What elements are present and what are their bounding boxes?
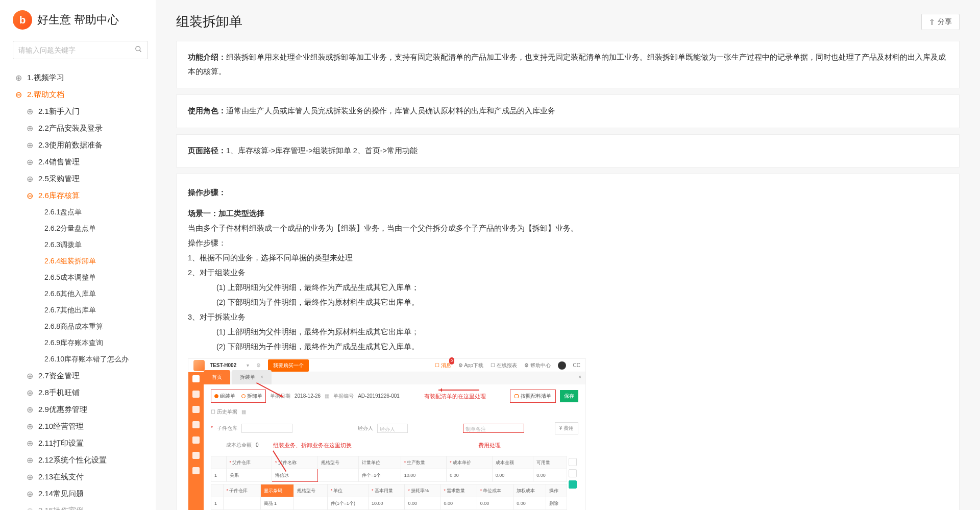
nav-2-8[interactable]: ⊕2.8手机旺铺 bbox=[13, 384, 148, 401]
path-label: 页面路径： bbox=[188, 147, 226, 155]
plus-icon: ⊕ bbox=[25, 473, 34, 482]
tool-icon bbox=[569, 469, 577, 477]
path-card: 页面路径：1、库存核算->库存管理->组装拆卸单 2、首页->常用功能 bbox=[176, 134, 960, 168]
ss-tab-current: 拆装单× bbox=[232, 370, 272, 384]
main-content: 组装拆卸单 ⇪ 分享 功能介绍：组装拆卸单用来处理企业组装或拆卸等加工业务，支持… bbox=[156, 0, 980, 510]
nav-2-4[interactable]: ⊕2.4销售管理 bbox=[13, 154, 148, 171]
steps-l2: 2、对于组装业务 bbox=[188, 265, 948, 280]
search-box[interactable] bbox=[13, 41, 148, 59]
nav-2-13[interactable]: ⊕2.13在线支付 bbox=[13, 469, 148, 485]
ss-buy-badge: 我要购买一个 bbox=[268, 359, 309, 372]
doc-icon bbox=[192, 467, 200, 474]
nav-2-6-4[interactable]: 2.6.4组装拆卸单 bbox=[13, 253, 148, 270]
nav-2-3[interactable]: ⊕2.3使用前数据准备 bbox=[13, 137, 148, 154]
plus-icon: ⊕ bbox=[25, 506, 34, 511]
embedded-screenshot: TEST-H002 ▾ ⚙ 我要购买一个 ☐ 消息0 ⚙ App下载 ☐ 在线报… bbox=[188, 358, 586, 510]
ss-fee-button: ¥ 费用 bbox=[555, 422, 578, 434]
plus-icon: ⊕ bbox=[25, 439, 34, 448]
ss-note-fee: 费用处理 bbox=[478, 440, 501, 451]
nav-2-5[interactable]: ⊕2.5采购管理 bbox=[13, 171, 148, 187]
nav-2-6-9[interactable]: 2.6.9库存账本查询 bbox=[13, 335, 148, 351]
steps-l2b: (2) 下部明细为子件明细，最终作为原材料生成其它出库单。 bbox=[188, 295, 948, 310]
ss-sub-store-input bbox=[241, 424, 292, 433]
ss-tenant: TEST-H002 bbox=[210, 360, 236, 371]
nav-2-12[interactable]: ⊕2.12系统个性化设置 bbox=[13, 452, 148, 469]
plus-icon: ⊕ bbox=[25, 158, 34, 167]
minus-icon: ⊖ bbox=[25, 191, 34, 201]
bag-icon bbox=[192, 421, 200, 428]
calendar-icon bbox=[192, 436, 200, 444]
search-icon[interactable] bbox=[135, 45, 142, 55]
nav-docs[interactable]: ⊖2.帮助文档 bbox=[13, 86, 148, 103]
nav-2-6-2[interactable]: 2.6.2分量盘点单 bbox=[13, 221, 148, 237]
role-text: 通常由生产人员或库管人员完成拆装业务的操作，库管人员确认原材料的出库和产成品的入… bbox=[226, 107, 555, 115]
share-button[interactable]: ⇪ 分享 bbox=[921, 14, 960, 30]
steps-l3b: (2) 下部明细为子件明细，最终作为产成品生成其它入库单。 bbox=[188, 339, 948, 354]
ss-type-switch: 组装单 拆卸单 bbox=[211, 390, 266, 403]
ss-child-table: 子件仓库 显示条码 规格型号 单位 基本用量 损耗率% 需求数量 单位成本 bbox=[211, 484, 567, 510]
plus-icon: ⊕ bbox=[25, 372, 34, 381]
ss-leftnav bbox=[188, 372, 204, 510]
intro-text: 组装拆卸单用来处理企业组装或拆卸等加工业务，支持有固定装配清单的产品加工业务，也… bbox=[188, 53, 946, 76]
plus-icon: ⊕ bbox=[25, 405, 34, 415]
nav-2-6-1[interactable]: 2.6.1盘点单 bbox=[13, 204, 148, 221]
plus-icon: ⊕ bbox=[25, 422, 34, 431]
nav-2-6-8[interactable]: 2.6.8商品成本重算 bbox=[13, 319, 148, 335]
table-row: 1商品 1件(1个=1个)10.000.000.000.000.00删除 bbox=[211, 497, 567, 510]
steps-l1: 1、根据不同的业务，选择不同单据的类型来处理 bbox=[188, 251, 948, 265]
ss-code-value: AD-20191226-001 bbox=[358, 391, 400, 401]
ss-tabs: 首页 拆装单× × bbox=[204, 372, 585, 384]
ss-remark-input: 制单备注 bbox=[463, 424, 524, 433]
calendar-icon: ▦ bbox=[325, 391, 329, 401]
tool-icon bbox=[569, 458, 577, 466]
ss-total-value: 0 bbox=[256, 440, 259, 450]
steps-card: 操作步骤： 场景一：加工类型选择 当由多个子件材料组装成一个成品的业务为【组装】… bbox=[176, 174, 960, 510]
role-card: 使用角色：通常由生产人员或库管人员完成拆装业务的操作，库管人员确认原材料的出库和… bbox=[176, 94, 960, 128]
minus-icon: ⊖ bbox=[14, 90, 23, 100]
nav-2-6-3[interactable]: 2.6.3调拨单 bbox=[13, 237, 148, 253]
chevron-down-icon: ▾ bbox=[247, 360, 249, 371]
nav-2-14[interactable]: ⊕2.14常见问题 bbox=[13, 485, 148, 502]
ss-tab-home: 首页 bbox=[204, 370, 230, 384]
intro-card: 功能介绍：组装拆卸单用来处理企业组装或拆卸等加工业务，支持有固定装配清单的产品加… bbox=[176, 41, 960, 88]
nav-2-11[interactable]: ⊕2.11打印设置 bbox=[13, 435, 148, 452]
svg-point-0 bbox=[136, 46, 140, 51]
content-header: 组装拆卸单 ⇪ 分享 bbox=[176, 13, 960, 31]
nav-2-6-6[interactable]: 2.6.6其他入库单 bbox=[13, 286, 148, 302]
grid-icon bbox=[192, 452, 200, 459]
plus-icon: ⊕ bbox=[25, 141, 34, 150]
nav-2-7[interactable]: ⊕2.7资金管理 bbox=[13, 368, 148, 384]
nav-video[interactable]: ⊕1.视频学习 bbox=[13, 69, 148, 86]
steps-l3a: (1) 上部明细为父件明细，最终作为原材料生成其它出库单； bbox=[188, 325, 948, 339]
ss-username: CC bbox=[573, 360, 580, 371]
nav-2-6-10[interactable]: 2.6.10库存账本错了怎么办 bbox=[13, 351, 148, 368]
nav-2-10[interactable]: ⊕2.10经营管理 bbox=[13, 418, 148, 435]
gear-icon: ⚙ bbox=[256, 360, 261, 371]
nav-2-6-5[interactable]: 2.6.5成本调整单 bbox=[13, 270, 148, 286]
cart-icon bbox=[192, 391, 200, 398]
more-icon: ▦ bbox=[241, 407, 246, 417]
plus-icon: ⊕ bbox=[14, 74, 23, 83]
logo-text: 好生意 帮助中心 bbox=[37, 12, 119, 28]
ss-total-label: 成本总金额 bbox=[226, 440, 252, 450]
nav-2-6[interactable]: ⊖2.6库存核算 bbox=[13, 187, 148, 204]
nav-2-1[interactable]: ⊕2.1新手入门 bbox=[13, 103, 148, 120]
nav-2-6-7[interactable]: 2.6.7其他出库单 bbox=[13, 302, 148, 319]
nav-2-9[interactable]: ⊕2.9优惠券管理 bbox=[13, 401, 148, 418]
ss-data: ☐ 在线报表 bbox=[491, 360, 517, 371]
box-icon bbox=[192, 406, 200, 413]
home-icon bbox=[192, 375, 200, 382]
nav-2-2[interactable]: ⊕2.2产品安装及登录 bbox=[13, 120, 148, 137]
plus-icon: ⊕ bbox=[25, 175, 34, 184]
plus-icon: ⊕ bbox=[25, 456, 34, 465]
close-icon: × bbox=[574, 370, 585, 384]
sidebar: b 好生意 帮助中心 ⊕1.视频学习 ⊖2.帮助文档 ⊕2.1新手入门 ⊕2.2… bbox=[0, 0, 156, 510]
steps-l2a: (1) 上部明细为父件明细，最终作为产成品生成其它入库单； bbox=[188, 280, 948, 295]
plus-icon: ⊕ bbox=[25, 490, 34, 499]
avatar-icon bbox=[558, 361, 566, 370]
nav-2-15[interactable]: ⊕2.15操作室例 bbox=[13, 502, 148, 510]
steps-h3: 操作步骤： bbox=[188, 236, 948, 251]
ss-history-link: ☐ 历史单据 bbox=[211, 407, 237, 417]
search-input[interactable] bbox=[18, 46, 135, 54]
steps-heading: 操作步骤： bbox=[188, 185, 948, 200]
